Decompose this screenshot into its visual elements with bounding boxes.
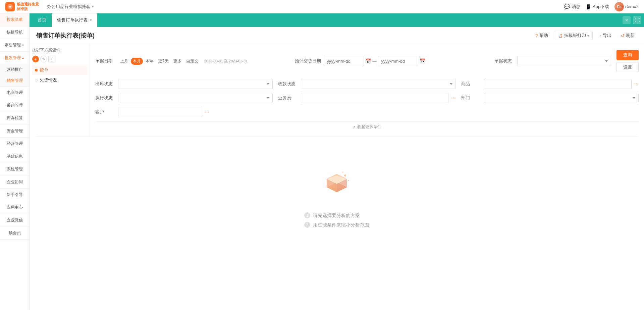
dept-label: 部门 xyxy=(461,95,481,101)
estimated-date-field: 预计交货日期 📅 — 📅 xyxy=(295,56,489,66)
dept-select[interactable] xyxy=(484,93,639,103)
date-range-display: 2023-03-01 至 2023-03-31 xyxy=(204,59,248,64)
product-field: 商品 ··· xyxy=(461,79,639,89)
exec-status-field: 执行状态 xyxy=(95,93,273,103)
filter-row-2: 出库状态 收款状态 xyxy=(95,79,639,89)
date-btn-last-month[interactable]: 上月 xyxy=(118,58,130,65)
sidebar-group-retail: 零售管理 ▼ xyxy=(0,39,29,52)
svg-point-8 xyxy=(342,171,343,173)
wholesale-arrow-icon: ▲ xyxy=(21,56,24,60)
query-btn-area: 查询 设置 xyxy=(616,47,639,75)
user-area[interactable]: Ea demo2 xyxy=(614,2,639,11)
tab-maximize-button[interactable]: ⛶ xyxy=(633,16,641,24)
main-layout: 搜索菜单 快捷导航 零售管理 ▼ 批发管理 ▲ 营销推广 销售管理 电商管理 xyxy=(0,13,644,310)
message-button[interactable]: 💬 消息 xyxy=(564,4,580,10)
product-input[interactable] xyxy=(484,79,632,89)
salesperson-more-icon[interactable]: ··· xyxy=(451,95,455,101)
collapse-panel-button[interactable]: « xyxy=(48,56,55,62)
sidebar-item-wechat[interactable]: 企业微信 xyxy=(0,214,29,227)
tab-bar-right: × ⛶ xyxy=(623,16,641,24)
page-actions: ? 帮助 🖨 按模板打印 ▾ ↑ 导出 ↺ xyxy=(533,31,637,40)
message-icon: 💬 xyxy=(564,4,570,10)
tab-maximize-icon: ⛶ xyxy=(635,17,640,23)
scheme-item-按单[interactable]: 按单 xyxy=(32,65,87,75)
date-btn-7days[interactable]: 近7天 xyxy=(156,58,171,65)
salesperson-input[interactable] xyxy=(301,93,448,103)
query-button[interactable]: 查询 xyxy=(616,50,639,60)
retail-arrow-icon: ▼ xyxy=(21,44,24,47)
sidebar-item-retail[interactable]: 零售管理 ▼ xyxy=(0,39,29,51)
sidebar-item-newbie[interactable]: 新手引导 xyxy=(0,189,29,201)
delivery-status-select[interactable] xyxy=(118,79,273,89)
svg-point-6 xyxy=(344,174,346,176)
product-more-icon[interactable]: ··· xyxy=(634,81,639,87)
sidebar-group-wholesale: 批发管理 ▲ 营销推广 销售管理 xyxy=(0,52,29,87)
sidebar-item-finance[interactable]: 资金管理 xyxy=(0,125,29,138)
calendar-icon-1: 📅 xyxy=(365,58,371,64)
sidebar-item-search[interactable]: 搜索菜单 xyxy=(0,13,29,26)
collapse-filters-button[interactable]: ∧ 收起更多条件 xyxy=(95,121,639,133)
logo-text: 畅捷通好生意 标准版 xyxy=(17,2,39,11)
logo-area: 畅捷通好生意 标准版 xyxy=(5,2,39,11)
payment-status-select[interactable] xyxy=(301,79,455,89)
sidebar-item-marketing[interactable]: 营销推广 xyxy=(0,64,29,75)
date-btn-current-year[interactable]: 本年 xyxy=(144,58,156,65)
exec-status-select[interactable] xyxy=(118,93,273,103)
export-button[interactable]: ↑ 导出 xyxy=(597,31,614,40)
sidebar-item-sales[interactable]: 销售管理 xyxy=(0,75,29,86)
tab-close-button[interactable]: × xyxy=(623,16,631,24)
sidebar-item-inventory[interactable]: 库存核算 xyxy=(0,112,29,125)
scheme-active-dot xyxy=(35,69,38,71)
page-title-bar: 销售订单执行表(按单) ? 帮助 🖨 按模板打印 ▾ ↑ xyxy=(30,27,644,43)
sidebar-item-wholesale[interactable]: 批发管理 ▲ xyxy=(0,52,29,64)
refresh-icon: ↺ xyxy=(621,33,625,38)
sidebar-item-system[interactable]: 系统管理 xyxy=(0,163,29,176)
breadcrumb[interactable]: 办公用品行业模拟账套 ▾ xyxy=(47,4,94,10)
empty-step-2: 2 用过滤条件来缩小分析范围 xyxy=(304,220,369,229)
header-left: 畅捷通好生意 标准版 办公用品行业模拟账套 ▾ xyxy=(5,2,94,11)
estimated-date-to[interactable] xyxy=(378,56,418,66)
sidebar-item-ecommerce[interactable]: 电商管理 xyxy=(0,87,29,99)
app-download-button[interactable]: 📱 App下载 xyxy=(586,4,609,10)
empty-step-1: 1 请先选择要分析的方案 xyxy=(304,211,369,220)
customer-more-icon[interactable]: ··· xyxy=(205,109,209,115)
export-icon: ↑ xyxy=(599,33,602,38)
date-btn-custom[interactable]: 自定义 xyxy=(184,58,200,65)
estimated-date-from[interactable] xyxy=(324,56,364,66)
empty-illustration xyxy=(317,164,357,204)
date-btn-current-month[interactable]: 本月 xyxy=(131,58,143,65)
sidebar-item-purchase[interactable]: 采购管理 xyxy=(0,99,29,112)
tab-close-icon[interactable]: × xyxy=(90,18,92,22)
payment-status-field: 收款状态 xyxy=(278,79,455,89)
scheme-inactive-dot xyxy=(35,79,38,82)
add-scheme-button[interactable]: + xyxy=(32,56,39,62)
content-area: 首页 销售订单执行表 × × ⛶ 销售订单执行表(按单) xyxy=(30,13,644,310)
help-button[interactable]: ? 帮助 xyxy=(533,31,550,40)
date-btn-more[interactable]: 更多 xyxy=(171,58,183,65)
customer-input[interactable] xyxy=(118,107,202,117)
edit-scheme-button[interactable]: ✎ xyxy=(40,56,47,62)
help-icon: ? xyxy=(535,33,538,38)
sidebar-item-basic[interactable]: 基础信息 xyxy=(0,150,29,163)
tab-sales-order[interactable]: 销售订单执行表 × xyxy=(52,13,97,27)
scheme-item-欠货情况[interactable]: 欠货情况 xyxy=(32,75,87,85)
customer-label: 客户 xyxy=(95,109,115,115)
estimated-date-input-group: 📅 — 📅 xyxy=(324,56,425,66)
filter-left-panel: 按以下方案查询 + ✎ « 按单 欠货情况 xyxy=(30,43,90,137)
refresh-button[interactable]: ↺ 刷新 xyxy=(618,31,637,40)
empty-steps-list: 1 请先选择要分析的方案 2 用过滤条件来缩小分析范围 xyxy=(304,211,369,229)
sidebar-item-enterprise[interactable]: 企业协同 xyxy=(0,176,29,189)
estimated-date-label: 预计交货日期 xyxy=(295,58,321,64)
tab-home[interactable]: 首页 xyxy=(32,13,52,27)
exec-status-label: 执行状态 xyxy=(95,95,115,101)
sidebar-item-apps[interactable]: 应用中心 xyxy=(0,201,29,214)
sidebar-item-member[interactable]: 畅会员 xyxy=(0,227,29,240)
settings-button[interactable]: 设置 xyxy=(616,62,639,72)
filter-row-1: 单据日期 上月 本月 本年 近7天 更多 自定义 2023-03-01 至 20… xyxy=(95,47,639,75)
print-button[interactable]: 🖨 按模板打印 ▾ xyxy=(555,31,593,40)
header-right: 💬 消息 📱 App下载 Ea demo2 xyxy=(564,2,639,11)
sidebar-item-operations[interactable]: 经营管理 xyxy=(0,138,29,150)
sidebar-item-quick-nav[interactable]: 快捷导航 xyxy=(0,26,29,39)
delivery-status-label: 出库状态 xyxy=(95,81,115,87)
status-select[interactable] xyxy=(517,56,611,66)
